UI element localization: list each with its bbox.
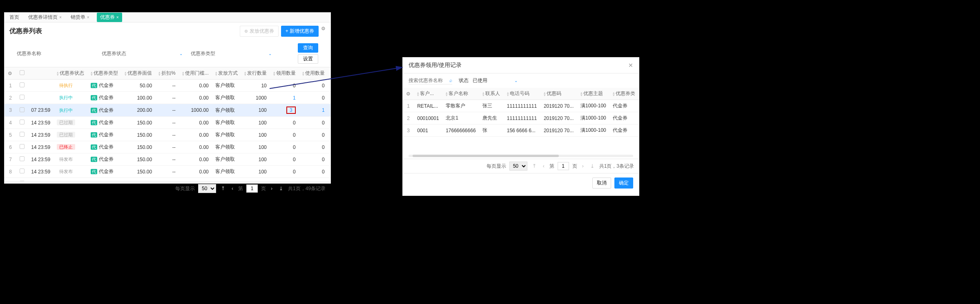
- dcol-phone[interactable]: ▴▾电话号码: [504, 88, 540, 100]
- settings-icon[interactable]: ⚙: [321, 26, 326, 37]
- table-row[interactable]: 6 14 23:59 已终止 代代金券 150.00 -- 0.00 客户领取 …: [4, 141, 330, 153]
- row-claimed: 0: [270, 129, 299, 141]
- table-row[interactable]: 1 RETAIL... 零散客户 张三 11111111111 2019120 …: [403, 100, 639, 112]
- dlg-prev-page-button[interactable]: ‹: [541, 163, 546, 169]
- tab-item[interactable]: 销货单×: [69, 14, 91, 21]
- cancel-button[interactable]: 取消: [592, 178, 611, 189]
- page-input[interactable]: [246, 184, 258, 193]
- dcol-name[interactable]: ▴▾客户名称: [442, 88, 479, 100]
- table-row[interactable]: 7 14 23:59 待发布 代代金券 150.00 -- 0.00 客户领取 …: [4, 153, 330, 166]
- dialog-search-input[interactable]: [409, 78, 449, 83]
- claimed-link[interactable]: 3: [286, 107, 296, 114]
- drow-subject: 满1000-100: [577, 112, 609, 124]
- close-icon[interactable]: ×: [116, 15, 119, 20]
- dcol-contact[interactable]: ▴▾联系人: [479, 88, 503, 100]
- dcol-gear[interactable]: ⚙: [403, 88, 414, 100]
- table-row[interactable]: 8 14 23:59 待发布 代代金券 150.00 -- 0.00 客户领取 …: [4, 166, 330, 178]
- row-method: 客户领取: [212, 80, 241, 92]
- row-checkbox[interactable]: [16, 117, 28, 129]
- used-link[interactable]: 1: [322, 107, 325, 113]
- col-status[interactable]: ▴▾优惠券状态: [54, 67, 87, 80]
- col-issue[interactable]: ▴▾发行数量: [241, 67, 270, 80]
- dialog-horizontal-scrollbar[interactable]: [409, 155, 633, 157]
- close-icon[interactable]: ×: [87, 15, 89, 20]
- dlg-page-input[interactable]: [558, 162, 569, 170]
- table-row[interactable]: 3 07 23:59 执行中 代代金券 200.00 -- 1000.00 客户…: [4, 104, 330, 117]
- dialog-search-box[interactable]: ⌕: [409, 77, 452, 84]
- row-claimed: 0: [270, 166, 299, 178]
- dcol-ccode[interactable]: ▴▾优惠码: [540, 88, 577, 100]
- prev-page-button[interactable]: ‹: [230, 186, 235, 191]
- col-checkbox[interactable]: [16, 67, 28, 80]
- table-row[interactable]: 2 00010001 北京1 唐先生 11111111111 2019120 7…: [403, 112, 639, 124]
- col-type[interactable]: ▴▾优惠券类型: [87, 67, 121, 80]
- filter-type-select[interactable]: ⌄: [219, 51, 272, 56]
- distribute-coupon-button[interactable]: ⚙ 发放优惠券: [240, 26, 278, 37]
- tab-item[interactable]: 优惠券详情页×: [27, 14, 63, 21]
- row-discount: --: [155, 166, 179, 178]
- filter-status-select[interactable]: ⌄: [129, 51, 183, 56]
- filter-name-label: 优惠券名称: [17, 50, 41, 57]
- query-button[interactable]: 查询: [298, 43, 318, 53]
- row-method: 客户领取: [212, 178, 241, 182]
- scrollbar-thumb[interactable]: [413, 155, 559, 157]
- row-method: 客户领取: [212, 166, 241, 178]
- col-claimed[interactable]: ▴▾领用数量: [270, 67, 299, 80]
- row-time: 14 23:59: [28, 153, 54, 166]
- last-page-button[interactable]: ⤓: [277, 186, 285, 191]
- first-page-button[interactable]: ⤒: [219, 186, 227, 191]
- table-row[interactable]: 9 14 23:59 待发布 代代金券 150.00 -- 0.00 客户领取 …: [4, 178, 330, 182]
- row-checkbox[interactable]: [16, 129, 28, 141]
- row-checkbox[interactable]: [16, 153, 28, 166]
- filter-name-input[interactable]: [45, 50, 94, 58]
- dlg-first-page-button[interactable]: ⤒: [531, 163, 538, 169]
- gear-icon: ⚙: [8, 71, 12, 76]
- dcol-subject[interactable]: ▴▾优惠主题: [577, 88, 609, 100]
- row-checkbox[interactable]: [16, 104, 28, 117]
- tab-item[interactable]: 优惠券×: [97, 13, 122, 22]
- dcol-code[interactable]: ▴▾客户...: [414, 88, 442, 100]
- row-type: 代代金券: [87, 178, 121, 182]
- confirm-button[interactable]: 确定: [614, 178, 633, 189]
- dialog-title: 优惠券领用/使用记录: [409, 62, 462, 69]
- row-checkbox[interactable]: [16, 80, 28, 92]
- dialog-state-dropdown[interactable]: 已使用 ⌄: [473, 77, 518, 84]
- drow-contact: 张: [479, 124, 503, 137]
- coupon-table: ⚙ ▴▾优惠券状态 ▴▾优惠券类型 ▴▾优惠券面值 ▴▾折扣% ▴▾使用门槛..…: [4, 67, 330, 181]
- row-issue: 100: [241, 117, 270, 129]
- row-actions: ↗ ▦: [328, 92, 330, 104]
- col-threshold[interactable]: ▴▾使用门槛...: [179, 67, 212, 80]
- close-icon[interactable]: ✕: [628, 62, 633, 69]
- col-method[interactable]: ▴▾发放方式: [212, 67, 241, 80]
- table-row[interactable]: 3 0001 17666666666 张 156 6666 6... 20191…: [403, 124, 639, 137]
- next-page-button[interactable]: ›: [269, 186, 274, 191]
- per-page-select[interactable]: 50: [198, 184, 216, 193]
- col-gear[interactable]: ⚙: [4, 67, 16, 80]
- dlg-next-page-button[interactable]: ›: [580, 163, 585, 169]
- table-row[interactable]: 4 14 23:59 已过期 代代金券 150.00 -- 0.00 客户领取 …: [4, 117, 330, 129]
- row-checkbox[interactable]: [16, 92, 28, 104]
- row-checkbox[interactable]: [16, 178, 28, 182]
- dcol-type[interactable]: ▴▾优惠券类: [609, 88, 639, 100]
- claimed-link[interactable]: 1: [293, 95, 296, 101]
- dlg-per-page-select[interactable]: 50: [509, 162, 527, 171]
- row-issue: 10: [241, 80, 270, 92]
- table-row[interactable]: 5 14 23:59 已过期 代代金券 150.00 -- 0.00 客户领取 …: [4, 129, 330, 141]
- col-discount[interactable]: ▴▾折扣%: [155, 67, 179, 80]
- row-checkbox[interactable]: [16, 141, 28, 153]
- settings-button[interactable]: 设置: [298, 54, 318, 64]
- dialog-state-select: 状态 已使用 ⌄: [459, 77, 518, 84]
- col-face[interactable]: ▴▾优惠券面值: [121, 67, 155, 80]
- row-used: 0: [299, 92, 328, 104]
- tab-item[interactable]: 首页: [8, 14, 21, 21]
- table-row[interactable]: 1 待执行 代代金券 50.00 -- 0.00 客户领取 10 0 0 ↗ ▦: [4, 80, 330, 92]
- voucher-badge-icon: 代: [91, 132, 97, 138]
- row-checkbox[interactable]: [16, 166, 28, 178]
- row-issue: 100: [241, 178, 270, 182]
- col-used[interactable]: ▴▾使用数量: [299, 67, 328, 80]
- table-row[interactable]: 2 执行中 代代金券 100.00 -- 0.00 客户领取 1000 1 0 …: [4, 92, 330, 104]
- row-used: 0: [299, 129, 328, 141]
- add-coupon-button[interactable]: + 新增优惠券: [281, 26, 319, 37]
- dlg-last-page-button[interactable]: ⤓: [589, 163, 596, 169]
- close-icon[interactable]: ×: [59, 15, 62, 20]
